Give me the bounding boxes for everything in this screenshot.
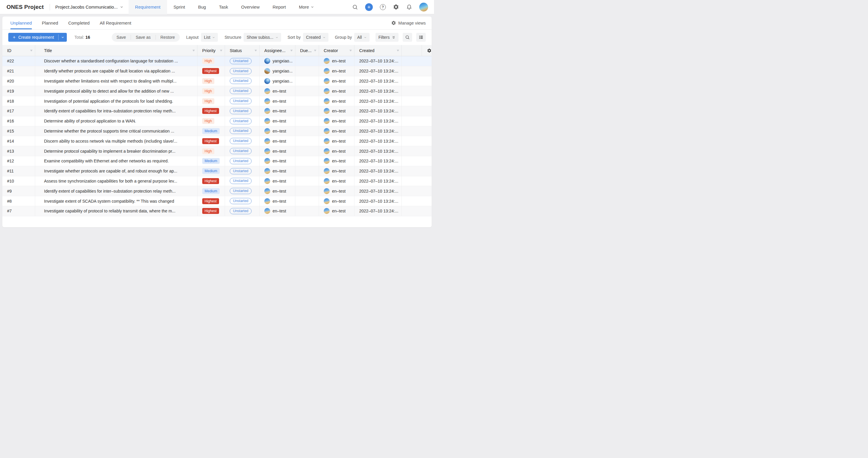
column-header-assignee[interactable]: Assignee... <box>259 45 296 56</box>
table-row[interactable]: #9Identify extent of capabilities for in… <box>2 186 432 196</box>
status-badge[interactable]: Unstarted <box>230 68 252 74</box>
sort-by-select[interactable]: Created <box>303 33 329 42</box>
save-as-button[interactable]: Save as <box>131 33 156 42</box>
status-badge[interactable]: Unstarted <box>230 78 252 84</box>
nav-tab-task[interactable]: Task <box>213 0 235 14</box>
status-badge[interactable]: Unstarted <box>230 208 252 214</box>
help-icon[interactable]: ? <box>380 4 386 10</box>
cell-title[interactable]: Determine protocol capability to impleme… <box>35 146 197 156</box>
cell-title[interactable]: Investigate extent of SCADA system compa… <box>35 196 197 206</box>
nav-tab-more[interactable]: More <box>292 0 320 14</box>
status-badge[interactable]: Unstarted <box>230 178 252 184</box>
filter-triangle-icon[interactable] <box>290 50 293 52</box>
table-row[interactable]: #12Examine compatibility with Ethernet a… <box>2 156 432 166</box>
group-by-select[interactable]: All <box>354 33 370 42</box>
column-header-creator[interactable]: Creator <box>319 45 354 56</box>
filter-triangle-icon[interactable] <box>397 50 399 52</box>
create-requirement-button[interactable]: Create requirement <box>8 33 67 42</box>
status-badge[interactable]: Unstarted <box>230 198 252 204</box>
view-tab-all-requirement[interactable]: All Requirement <box>100 17 131 29</box>
cell-title[interactable]: Identify whether protocols are capable o… <box>35 66 197 76</box>
view-tab-unplanned[interactable]: Unplanned <box>10 17 32 29</box>
manage-views-button[interactable]: Manage views <box>391 17 426 29</box>
filter-triangle-icon[interactable] <box>349 50 352 52</box>
cell-title[interactable]: Investigate capability of protocol to re… <box>35 206 197 216</box>
view-tab-planned[interactable]: Planned <box>42 17 58 29</box>
filter-triangle-icon[interactable] <box>314 50 316 52</box>
nav-tab-report[interactable]: Report <box>266 0 292 14</box>
table-row[interactable]: #14Discern ability to access network via… <box>2 136 432 146</box>
cell-title[interactable]: Examine compatibility with Ethernet and … <box>35 156 197 166</box>
status-badge[interactable]: Unstarted <box>230 108 252 114</box>
table-row[interactable]: #21Identify whether protocols are capabl… <box>2 66 432 76</box>
cell-title[interactable]: Investigation of potential application o… <box>35 96 197 106</box>
table-row[interactable]: #18Investigation of potential applicatio… <box>2 96 432 106</box>
project-selector[interactable]: Project:Jacobs Communicatio... <box>55 4 123 9</box>
table-row[interactable]: #11Investigate whether protocols are cap… <box>2 166 432 176</box>
status-badge[interactable]: Unstarted <box>230 128 252 134</box>
create-requirement-main[interactable]: Create requirement <box>8 33 58 42</box>
create-plus-icon[interactable] <box>365 3 373 11</box>
table-row[interactable]: #15Determine whether the protocol suppor… <box>2 126 432 136</box>
status-badge[interactable]: Unstarted <box>230 148 252 154</box>
column-header-created[interactable]: Created <box>354 45 402 56</box>
table-row[interactable]: #22Discover whether a standardised confi… <box>2 56 432 66</box>
status-badge[interactable]: Unstarted <box>230 58 252 64</box>
filter-triangle-icon[interactable] <box>30 50 33 52</box>
status-badge[interactable]: Unstarted <box>230 158 252 164</box>
status-badge[interactable]: Unstarted <box>230 188 252 194</box>
cell-title[interactable]: Investigate protocol ability to detect a… <box>35 86 197 96</box>
user-avatar[interactable] <box>419 3 428 11</box>
list-view-button[interactable] <box>416 33 426 42</box>
nav-tab-requirement[interactable]: Requirement <box>129 0 167 14</box>
nav-tab-bug[interactable]: Bug <box>192 0 213 14</box>
cell-title[interactable]: Determine ability of protocol applicatio… <box>35 116 197 126</box>
table-row[interactable]: #10Assess time synchronization capabilit… <box>2 176 432 187</box>
status-badge[interactable]: Unstarted <box>230 118 252 124</box>
table-row[interactable]: #19Investigate protocol ability to detec… <box>2 86 432 96</box>
cell-title[interactable]: Identify extent of capabilities for intr… <box>35 106 197 116</box>
cell-title[interactable]: Determine whether the protocol supports … <box>35 126 197 136</box>
column-header-status[interactable]: Status <box>225 45 259 56</box>
filter-triangle-icon[interactable] <box>254 50 257 52</box>
filter-triangle-icon[interactable] <box>220 50 222 52</box>
save-button[interactable]: Save <box>112 33 131 42</box>
bell-icon[interactable] <box>406 4 412 10</box>
nav-tab-sprint[interactable]: Sprint <box>167 0 192 14</box>
settings-gear-icon[interactable] <box>393 4 399 10</box>
cell-title[interactable]: Identify extent of capabilities for inte… <box>35 186 197 196</box>
nav-tab-overview[interactable]: Overview <box>235 0 266 14</box>
column-header-due[interactable]: Due... <box>296 45 319 56</box>
create-requirement-dropdown[interactable] <box>59 33 67 42</box>
search-icon[interactable] <box>352 4 358 10</box>
column-header-priority[interactable]: Priority <box>197 45 225 56</box>
status-badge[interactable]: Unstarted <box>230 98 252 104</box>
status-badge[interactable]: Unstarted <box>230 138 252 144</box>
status-badge[interactable]: Unstarted <box>230 168 252 174</box>
table-row[interactable]: #17Identify extent of capabilities for i… <box>2 106 432 116</box>
filters-button[interactable]: Filters <box>375 33 399 42</box>
assignee-avatar <box>264 58 270 64</box>
structure-select[interactable]: Show subiss... <box>244 33 281 42</box>
cell-title[interactable]: Investigate whether limitations exist wi… <box>35 76 197 86</box>
status-badge[interactable]: Unstarted <box>230 88 252 94</box>
column-header-id[interactable]: ID <box>2 45 35 56</box>
table-row[interactable]: #8Investigate extent of SCADA system com… <box>2 196 432 206</box>
table-row[interactable]: #13Determine protocol capability to impl… <box>2 146 432 156</box>
creator-avatar <box>324 178 330 184</box>
creator-avatar <box>324 118 330 124</box>
column-header-title[interactable]: Title <box>35 45 197 56</box>
cell-title[interactable]: Discern ability to access network via mu… <box>35 136 197 146</box>
cell-title[interactable]: Investigate whether protocols are capabl… <box>35 166 197 176</box>
table-row[interactable]: #20Investigate whether limitations exist… <box>2 76 432 86</box>
cell-title[interactable]: Assess time synchronization capabilities… <box>35 176 197 186</box>
column-settings-button[interactable] <box>422 45 432 56</box>
layout-select[interactable]: List <box>201 33 218 42</box>
table-search-button[interactable] <box>403 33 412 42</box>
table-row[interactable]: #7Investigate capability of protocol to … <box>2 206 432 216</box>
view-tab-completed[interactable]: Completed <box>68 17 90 29</box>
restore-button[interactable]: Restore <box>156 33 180 42</box>
table-row[interactable]: #16Determine ability of protocol applica… <box>2 116 432 126</box>
cell-title[interactable]: Discover whether a standardised configur… <box>35 56 197 66</box>
filter-triangle-icon[interactable] <box>192 50 195 52</box>
